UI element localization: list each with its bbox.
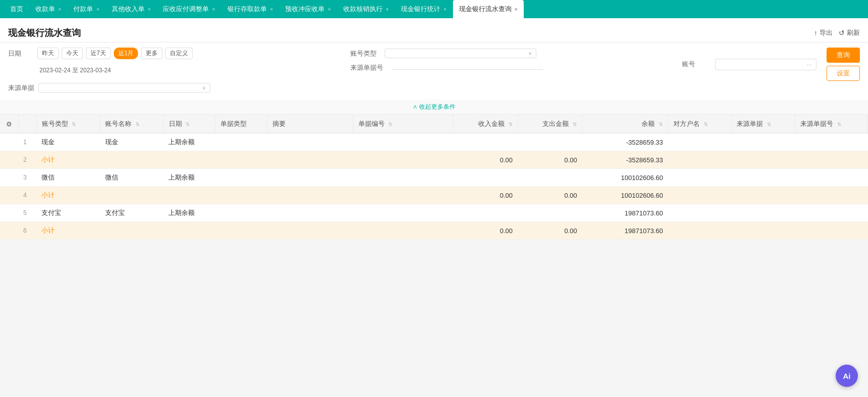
close-icon-shoukuan[interactable]: × [58, 6, 61, 12]
table-cell: 上期余额 [163, 134, 215, 151]
column-income[interactable]: 收入金额 ⇅ [453, 115, 518, 134]
table-row[interactable]: 4小计0.000.00100102606.60 [0, 187, 868, 204]
table-cell: 19871073.60 [582, 222, 668, 240]
table-cell [732, 187, 795, 204]
table-row[interactable]: 2小计0.000.00-3528659.33 [0, 151, 868, 169]
table-cell [795, 134, 868, 151]
column-source-doc-no[interactable]: 来源单据号 ⇅ [795, 115, 868, 134]
account-type-dropdown-icon: ∨ [528, 51, 532, 56]
account-dots-icon[interactable]: ··· [806, 61, 812, 68]
nav-item-shoukuan[interactable]: 收款单 × [29, 0, 67, 18]
nav-item-yingshou[interactable]: 应收应付调整单 × [157, 0, 221, 18]
close-icon-qita[interactable]: × [148, 6, 151, 12]
table-cell: 现金 [36, 134, 100, 151]
account-label: 账号 [682, 60, 707, 69]
nav-item-home[interactable]: 首页 [4, 0, 29, 18]
column-source-doc[interactable]: 来源单据 ⇅ [732, 115, 795, 134]
nav-item-yinhang[interactable]: 银行存取款单 × [221, 0, 279, 18]
nav-item-hexiao[interactable]: 收款核销执行 × [337, 0, 395, 18]
date-btn-yesterday[interactable]: 昨天 [37, 48, 59, 59]
nav-label-fukuan: 付款单 [73, 5, 93, 14]
column-expense[interactable]: 支出金额 ⇅ [518, 115, 582, 134]
nav-item-fukuan[interactable]: 付款单 × [67, 0, 105, 18]
date-btn-7days[interactable]: 近7天 [86, 48, 111, 59]
collapse-bar[interactable]: ∧ 收起更多条件 [0, 100, 868, 115]
source-doc-input[interactable]: ∨ [38, 83, 210, 93]
table-cell: 0.00 [453, 187, 518, 204]
close-icon-tongji[interactable]: × [443, 6, 446, 12]
table-cell [518, 204, 582, 222]
table-cell: 4 [18, 187, 36, 204]
cell-gear [0, 134, 18, 151]
nav-item-tongji[interactable]: 现金银行统计 × [395, 0, 452, 18]
table-cell: 19871073.60 [582, 204, 668, 222]
close-icon-yinhang[interactable]: × [270, 6, 273, 12]
column-counterparty[interactable]: 对方户名 ⇅ [668, 115, 732, 134]
table-cell [668, 169, 732, 187]
date-btn-today[interactable]: 今天 [62, 48, 83, 59]
table-row[interactable]: 1现金现金上期余额-3528659.33 [0, 134, 868, 151]
date-btn-1month[interactable]: 近1月 [114, 48, 139, 59]
table-cell [453, 204, 518, 222]
date-btn-more[interactable]: 更多 [141, 48, 162, 59]
table-cell [353, 134, 453, 151]
table-cell [795, 222, 868, 240]
cell-gear [0, 169, 18, 187]
nav-item-liushui[interactable]: 现金银行流水查询 × [453, 0, 524, 18]
source-doc-no-input[interactable] [391, 66, 543, 70]
nav-item-qita[interactable]: 其他收入单 × [106, 0, 157, 18]
nav-label-yinhang: 银行存取款单 [227, 5, 267, 14]
table-cell [215, 222, 267, 240]
column-account-name[interactable]: 账号名称 ⇅ [100, 115, 164, 134]
close-icon-yingshou[interactable]: × [212, 6, 215, 12]
refresh-button[interactable]: ↺ 刷新 [839, 28, 860, 37]
nav-label-home: 首页 [10, 5, 23, 14]
table-cell: 100102606.60 [582, 187, 668, 204]
table-cell [100, 187, 164, 204]
cell-gear [0, 222, 18, 240]
table-cell: 现金 [100, 134, 164, 151]
close-icon-fukuan[interactable]: × [96, 6, 99, 12]
date-btn-custom[interactable]: 自定义 [165, 48, 193, 59]
export-button[interactable]: ↑ 导出 [814, 28, 833, 37]
table-cell: 0.00 [518, 187, 582, 204]
close-icon-hexiao[interactable]: × [386, 6, 389, 12]
column-account-type[interactable]: 账号类型 ⇅ [36, 115, 100, 134]
column-doc-type: 单据类型 [215, 115, 267, 134]
nav-item-yushou[interactable]: 预收冲应收单 × [279, 0, 337, 18]
table-cell [215, 187, 267, 204]
table-row[interactable]: 5支付宝支付宝上期余额19871073.60 [0, 204, 868, 222]
table-cell [668, 204, 732, 222]
column-balance[interactable]: 余额 ⇅ [582, 115, 668, 134]
column-doc-no[interactable]: 单据编号 ⇅ [353, 115, 453, 134]
table-cell [267, 187, 353, 204]
settings-button[interactable]: 设置 [827, 66, 860, 81]
table-cell [795, 204, 868, 222]
column-gear[interactable]: ⚙ [0, 115, 18, 134]
page-title: 现金银行流水查询 [8, 27, 81, 39]
table-row[interactable]: 6小计0.000.0019871073.60 [0, 222, 868, 240]
cell-gear [0, 151, 18, 169]
table-cell [353, 169, 453, 187]
account-type-input[interactable]: ∨ [385, 49, 536, 58]
table-cell: 支付宝 [100, 204, 164, 222]
sort-icon-counterparty: ⇅ [704, 121, 708, 127]
table-cell: 0.00 [518, 151, 582, 169]
table-row[interactable]: 3微信微信上期余额100102606.60 [0, 169, 868, 187]
column-num [18, 115, 36, 134]
column-date[interactable]: 日期 ⇅ [163, 115, 215, 134]
collapse-label: 收起更多条件 [419, 103, 455, 110]
source-doc-dropdown-icon: ∨ [202, 85, 206, 91]
table-cell [163, 222, 215, 240]
table-cell: 上期余额 [163, 169, 215, 187]
table-cell [732, 204, 795, 222]
account-filter-row: 账号 ··· 查询 设置 [682, 48, 860, 81]
close-icon-yushou[interactable]: × [328, 6, 331, 12]
account-input[interactable]: ··· [715, 59, 816, 70]
table-cell [732, 134, 795, 151]
table-cell [668, 187, 732, 204]
close-icon-liushui[interactable]: × [515, 6, 518, 12]
query-button[interactable]: 查询 [827, 48, 860, 63]
sort-icon-balance: ⇅ [659, 121, 663, 127]
table-cell [795, 187, 868, 204]
